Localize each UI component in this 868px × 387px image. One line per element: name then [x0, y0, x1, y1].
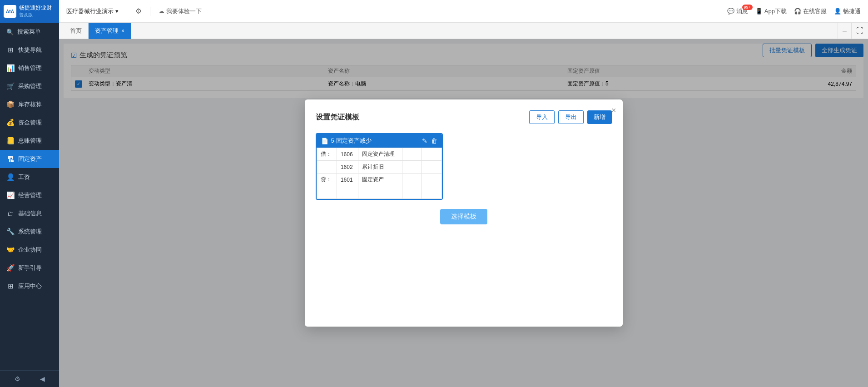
export-button[interactable]: 导出 — [558, 110, 584, 124]
sidebar-item-fixed-assets[interactable]: 🏗固定资产 — [0, 150, 59, 168]
tab-asset-label: 资产管理 — [95, 27, 119, 35]
footer-collapse-icon[interactable]: ◀ — [40, 375, 45, 382]
sidebar-item-enterprise[interactable]: 🤝企业协同 — [0, 241, 59, 259]
modal-close-button[interactable]: × — [611, 106, 616, 115]
app-name: 畅捷通好业财 — [19, 5, 52, 12]
modal-title: 设置凭证模板 — [316, 113, 359, 122]
sidebar-item-payroll[interactable]: 👤工资 — [0, 168, 59, 186]
template-card: 📄 5-固定资产减少 ✎ 🗑 借： 1606 固定资产清理 16 — [316, 133, 443, 200]
cloud-icon: ☁ — [159, 8, 164, 15]
sidebar-item-quick-nav[interactable]: ⊞快捷导航 — [0, 41, 59, 59]
company-selector[interactable]: 医疗器械行业演示 ▾ — [66, 7, 119, 15]
sidebar-label-app-center: 应用中心 — [18, 282, 42, 290]
user-label: 畅捷通 — [843, 7, 861, 15]
tab-actions: – ⛶ — [838, 23, 868, 39]
enterprise-icon: 🤝 — [6, 246, 15, 254]
sidebar-item-guide[interactable]: 🚀新手引导 — [0, 259, 59, 277]
sidebar-item-operations[interactable]: 📈经营管理 — [0, 186, 59, 204]
col4 — [422, 186, 441, 199]
sidebar-nav: ⊞快捷导航📊销售管理🛒采购管理📦库存核算💰资金管理📒总账管理🏗固定资产👤工资📈经… — [0, 41, 59, 370]
app-edition: 普及版 — [19, 12, 52, 18]
sidebar: AtA 畅捷通好业财 普及版 🔍 搜索菜单 ⊞快捷导航📊销售管理🛒采购管理📦库存… — [0, 0, 59, 387]
sidebar-footer: ⚙ ◀ — [0, 370, 59, 387]
template-delete-icon[interactable]: 🗑 — [431, 137, 437, 144]
search-label: 搜索菜单 — [17, 28, 41, 36]
col3 — [402, 148, 422, 161]
sidebar-label-payroll: 工资 — [18, 173, 30, 181]
sidebar-item-system[interactable]: 🔧系统管理 — [0, 223, 59, 241]
search-menu[interactable]: 🔍 搜索菜单 — [0, 23, 59, 41]
sidebar-label-quick-nav: 快捷导航 — [18, 46, 42, 54]
user-button[interactable]: 👤 畅捷通 — [834, 7, 861, 15]
headset-icon: 🎧 — [794, 8, 801, 15]
inventory-icon: 📦 — [6, 100, 15, 109]
tab-minimize-button[interactable]: – — [838, 23, 851, 39]
topbar-right: 💬 消息 99+ 📱 App下载 🎧 在线客服 👤 畅捷通 — [727, 7, 861, 15]
sidebar-item-basic-info[interactable]: 🗂基础信息 — [0, 204, 59, 223]
modal-overlay: 设置凭证模板 导入 导出 新增 × 📄 5-固定资产减少 — [59, 39, 868, 387]
sidebar-item-inventory[interactable]: 📦库存核算 — [0, 95, 59, 114]
sidebar-label-basic-info: 基础信息 — [18, 209, 42, 218]
template-table: 借： 1606 固定资产清理 1602 累计折旧 贷： 1601 固定资产 — [317, 148, 442, 199]
sidebar-label-sales: 销售管理 — [18, 64, 42, 72]
app-download-label: App下载 — [764, 7, 787, 15]
footer-settings-icon[interactable]: ⚙ — [15, 375, 20, 382]
tab-close-icon[interactable]: × — [121, 28, 124, 34]
app-download-button[interactable]: 📱 App下载 — [755, 7, 787, 15]
tab-maximize-button[interactable]: ⛶ — [851, 23, 868, 39]
col3 — [402, 186, 422, 199]
import-button[interactable]: 导入 — [529, 110, 555, 124]
sidebar-item-ledger[interactable]: 📒总账管理 — [0, 132, 59, 150]
phone-icon: 📱 — [755, 8, 763, 15]
trial-button[interactable]: ☁ 我要体验一下 — [159, 7, 202, 15]
settings-icon[interactable]: ⚙ — [135, 7, 142, 15]
template-row: 1602 累计折旧 — [317, 161, 441, 174]
col3 — [402, 161, 422, 174]
service-button[interactable]: 🎧 在线客服 — [794, 7, 827, 15]
entry-type: 贷： — [317, 174, 337, 186]
messages-badge: 99+ — [742, 5, 753, 10]
sidebar-item-finance[interactable]: 💰资金管理 — [0, 114, 59, 132]
entry-type — [317, 186, 337, 199]
tab-home[interactable]: 首页 — [64, 23, 89, 39]
message-icon: 💬 — [727, 8, 734, 15]
template-edit-icon[interactable]: ✎ — [422, 137, 427, 144]
account-code: 1602 — [337, 161, 358, 174]
col3 — [402, 174, 422, 186]
template-card-title: 📄 5-固定资产减少 — [321, 137, 372, 145]
service-label: 在线客服 — [803, 7, 827, 15]
fixed-assets-icon: 🏗 — [6, 155, 15, 163]
select-template-button[interactable]: 选择模板 — [440, 209, 487, 224]
sidebar-label-guide: 新手引导 — [18, 264, 42, 272]
app-center-icon: ⊞ — [6, 282, 15, 290]
sidebar-label-inventory: 库存核算 — [18, 100, 42, 109]
user-icon: 👤 — [834, 8, 841, 15]
sidebar-label-fixed-assets: 固定资产 — [18, 155, 42, 163]
sidebar-item-app-center[interactable]: ⊞应用中心 — [0, 277, 59, 295]
new-button[interactable]: 新增 — [587, 110, 612, 124]
sidebar-item-purchase[interactable]: 🛒采购管理 — [0, 77, 59, 95]
trial-label: 我要体验一下 — [166, 7, 202, 15]
col4 — [422, 161, 441, 174]
set-template-modal: 设置凭证模板 导入 导出 新增 × 📄 5-固定资产减少 — [305, 99, 623, 327]
account-code — [337, 186, 358, 199]
sidebar-label-finance: 资金管理 — [18, 119, 42, 127]
account-subject: 固定资产清理 — [358, 148, 402, 161]
sidebar-label-enterprise: 企业协同 — [18, 246, 42, 254]
tab-asset-mgmt[interactable]: 资产管理 × — [89, 23, 131, 39]
topbar-divider — [127, 7, 127, 16]
col4 — [422, 174, 441, 186]
messages-button[interactable]: 💬 消息 99+ — [727, 7, 748, 15]
entry-type: 借： — [317, 148, 337, 161]
guide-icon: 🚀 — [6, 264, 15, 272]
account-code: 1606 — [337, 148, 358, 161]
sales-icon: 📊 — [6, 64, 15, 72]
template-card-actions: ✎ 🗑 — [422, 137, 437, 144]
sidebar-item-sales[interactable]: 📊销售管理 — [0, 59, 59, 77]
sidebar-label-purchase: 采购管理 — [18, 82, 42, 90]
sidebar-label-operations: 经营管理 — [18, 191, 42, 199]
search-icon: 🔍 — [6, 29, 14, 35]
entry-type — [317, 161, 337, 174]
col4 — [422, 148, 441, 161]
payroll-icon: 👤 — [6, 173, 15, 181]
